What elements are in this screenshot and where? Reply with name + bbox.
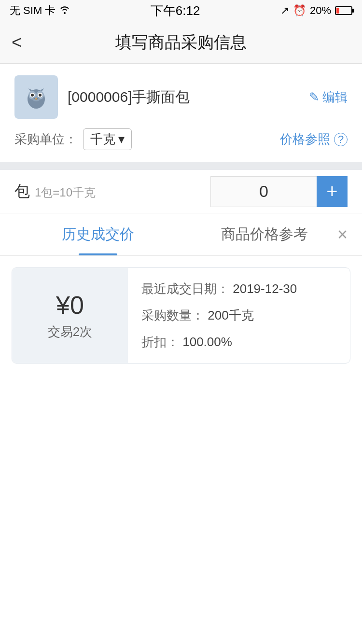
product-thumbnail (14, 75, 58, 119)
purchase-qty-value: 200千克 (208, 308, 253, 322)
location-icon: ↗ (280, 4, 289, 17)
status-time: 下午6:12 (151, 2, 200, 19)
tab-history-label: 历史成交价 (62, 224, 134, 244)
edit-icon: ✎ (309, 90, 320, 105)
recent-date-label: 最近成交日期： (141, 281, 229, 296)
qty-plus-button[interactable]: + (317, 176, 348, 207)
close-button[interactable]: × (337, 224, 348, 245)
product-left: [0000006]手撕面包 (14, 75, 190, 119)
alarm-icon: ⏰ (293, 4, 306, 17)
discount-value: 100.00% (182, 335, 232, 349)
recent-date-value: 2019-12-30 (233, 281, 297, 296)
svg-point-6 (39, 94, 42, 97)
price-ref-label: 价格参照 (280, 131, 330, 148)
page-title: 填写商品采购信息 (115, 31, 247, 54)
page-body (0, 375, 362, 644)
back-button[interactable]: < (12, 32, 22, 53)
price-right-block: 最近成交日期： 2019-12-30 采购数量： 200千克 折扣： 100.0… (128, 268, 350, 363)
recent-date-row: 最近成交日期： 2019-12-30 (141, 280, 336, 298)
discount-label: 折扣： (141, 335, 179, 349)
purchase-qty-label: 采购数量： (141, 308, 204, 322)
unit-label: 采购单位： (14, 131, 77, 148)
tab-price-ref[interactable]: 商品价格参考 (181, 213, 348, 255)
price-amount: ¥0 (56, 291, 84, 320)
price-card: ¥0 交易2次 最近成交日期： 2019-12-30 采购数量： 200千克 折… (12, 267, 350, 364)
product-card: [0000006]手撕面包 ✎ 编辑 采购单位： 千克 ▾ 价格参照 ? (0, 64, 362, 162)
nav-bar: < 填写商品采购信息 (0, 21, 362, 64)
battery-icon (335, 6, 352, 15)
section-divider (0, 162, 362, 170)
tab-history-price[interactable]: 历史成交价 (14, 213, 181, 255)
tab-active-underline (79, 253, 117, 255)
price-value: 0 (70, 291, 84, 319)
qty-input-area: + (210, 176, 348, 207)
question-icon: ? (334, 133, 348, 146)
discount-row: 折扣： 100.00% (141, 333, 336, 351)
qty-sub: 1包=10千克 (35, 185, 96, 200)
qty-label-area: 包 1包=10千克 (14, 181, 96, 202)
price-left-block: ¥0 交易2次 (12, 268, 128, 363)
quantity-input[interactable] (210, 176, 317, 207)
currency-symbol: ¥ (56, 291, 70, 319)
wifi-icon (59, 4, 70, 17)
purchase-qty-row: 采购数量： 200千克 (141, 306, 336, 325)
unit-dropdown[interactable]: 千克 ▾ (83, 128, 132, 150)
unit-row: 采购单位： 千克 ▾ (14, 128, 132, 150)
price-ref-link[interactable]: 价格参照 ? (280, 131, 348, 148)
status-left: 无 SIM 卡 (10, 3, 70, 18)
edit-label: 编辑 (322, 89, 348, 106)
unit-value: 千克 (90, 131, 115, 148)
bottom-panel: 历史成交价 商品价格参考 × ¥0 交易2次 最近成交日期： 2019-12-3… (0, 213, 362, 644)
qty-unit: 包 (14, 181, 30, 202)
status-right: ↗ ⏰ 20% (280, 4, 352, 17)
edit-link[interactable]: ✎ 编辑 (309, 89, 348, 106)
product-name: [0000006]手撕面包 (68, 87, 190, 107)
battery-pct: 20% (310, 4, 331, 17)
product-bottom: 采购单位： 千克 ▾ 价格参照 ? (14, 128, 348, 150)
quantity-row: 包 1包=10千克 + (0, 170, 362, 213)
status-bar: 无 SIM 卡 下午6:12 ↗ ⏰ 20% (0, 0, 362, 21)
chevron-down-icon: ▾ (118, 132, 125, 147)
product-top: [0000006]手撕面包 ✎ 编辑 (14, 75, 348, 119)
tabs-row: 历史成交价 商品价格参考 × (0, 213, 362, 256)
svg-point-5 (31, 94, 34, 97)
price-times: 交易2次 (48, 323, 92, 340)
tab-price-ref-label: 商品价格参考 (221, 224, 308, 244)
carrier-label: 无 SIM 卡 (10, 3, 56, 18)
